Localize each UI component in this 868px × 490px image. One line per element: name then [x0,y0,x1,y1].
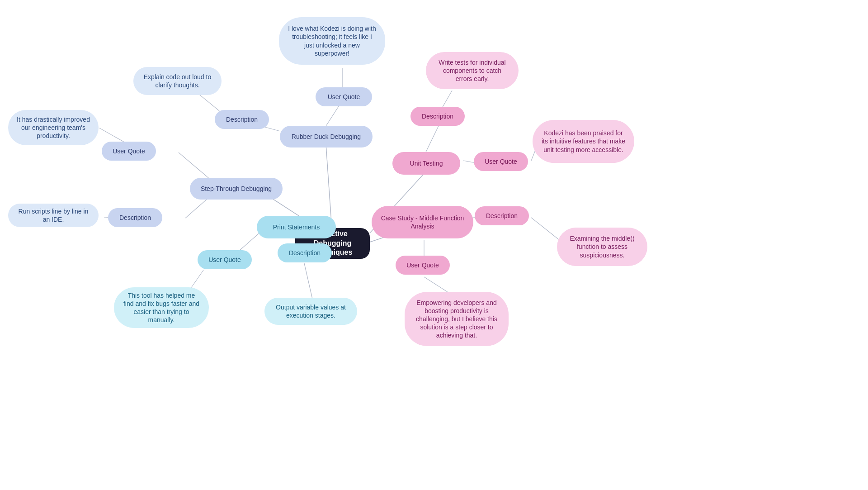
print-description-text-node: Output variable values at execution stag… [264,298,357,325]
rubber-duck-user-quote-node: User Quote [316,87,372,106]
case-description-text-node: Examining the middle() function to asses… [557,228,647,266]
step-through-description-node: Description [108,208,162,227]
unit-quote-text-node: Kodezi has been praised for its intuitiv… [533,120,634,163]
step-through-node: Step-Through Debugging [190,178,283,200]
case-user-quote-node: User Quote [396,256,450,275]
case-quote-text-node: Empowering developers and boosting produ… [405,292,509,346]
rubber-duck-description-node: Description [215,110,269,129]
unit-user-quote-node: User Quote [474,152,528,171]
svg-line-14 [190,270,203,290]
case-description-node: Description [475,206,529,225]
rubber-duck-node: Rubber Duck Debugging [280,126,373,147]
print-quote-text-node: This tool has helped me find and fix bug… [114,287,209,328]
step-through-quote-text-node: It has drastically improved our engineer… [8,110,99,145]
print-statements-node: Print Statements [257,216,336,238]
rubber-duck-quote-text-node: I love what Kodezi is doing with trouble… [279,17,385,65]
print-user-quote-node: User Quote [198,250,252,269]
case-study-node: Case Study - Middle Function Analysis [372,206,473,238]
svg-line-18 [442,90,452,109]
step-through-user-quote-node: User Quote [102,142,156,161]
unit-description-text-node: Write tests for individual components to… [426,52,519,89]
print-description-node: Description [278,243,332,262]
rubber-duck-description-text-node: Explain code out loud to clarify thought… [133,67,222,95]
svg-line-22 [531,218,562,242]
svg-line-16 [304,263,313,301]
unit-testing-node: Unit Testing [392,152,460,175]
step-through-description-text-node: Run scripts line by line in an IDE. [8,204,99,227]
mindmap-container: Effective Debugging Techniques Rubber Du… [0,0,868,490]
unit-description-node: Description [410,107,465,126]
